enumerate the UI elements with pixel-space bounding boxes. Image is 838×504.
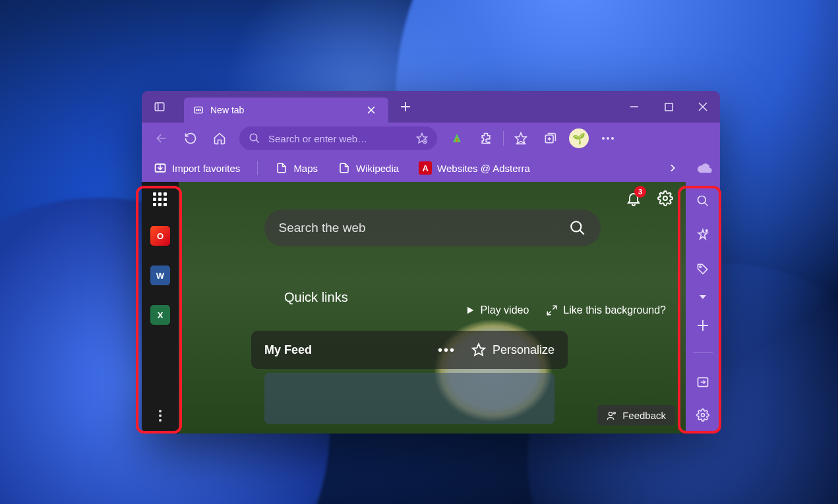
- sidebar-settings-button[interactable]: [691, 403, 715, 427]
- bookmark-adsterra[interactable]: A Websites @ Adsterra: [415, 159, 534, 177]
- sidebar-search-button[interactable]: [691, 191, 715, 211]
- svg-line-35: [580, 230, 584, 235]
- bookmark-maps[interactable]: Maps: [271, 159, 322, 177]
- svg-point-5: [200, 109, 200, 110]
- svg-point-15: [250, 134, 257, 141]
- svg-point-34: [571, 221, 581, 231]
- tab-actions-button[interactable]: [148, 96, 171, 118]
- favorite-star-icon[interactable]: [416, 132, 428, 144]
- svg-point-46: [700, 266, 702, 268]
- svg-point-3: [196, 109, 197, 110]
- feed-card[interactable]: [264, 373, 554, 424]
- extensions-button[interactable]: [473, 125, 499, 152]
- favicon-a-icon: A: [419, 161, 432, 175]
- web-search-placeholder: Search the web: [279, 221, 366, 235]
- tab-favicon-icon: [193, 105, 204, 115]
- tab-title: New tab: [210, 105, 244, 115]
- svg-point-51: [702, 414, 705, 417]
- word-icon: W: [156, 271, 164, 281]
- svg-marker-36: [467, 307, 473, 314]
- sync-cloud-icon[interactable]: [698, 163, 712, 173]
- svg-rect-11: [665, 103, 673, 111]
- excel-app-button[interactable]: X: [150, 305, 170, 325]
- edge-sidebar: [686, 182, 720, 434]
- personalize-label: Personalize: [493, 343, 554, 357]
- toolbar-divider: [503, 131, 504, 146]
- like-background-button[interactable]: Like this background?: [546, 304, 666, 316]
- play-video-label: Play video: [481, 304, 529, 316]
- extension-1-button[interactable]: [444, 125, 470, 152]
- sidebar-expand-button[interactable]: [691, 293, 715, 302]
- my-feed-title: My Feed: [264, 343, 312, 357]
- bookmarks-divider: [257, 161, 258, 175]
- svg-point-30: [611, 137, 614, 140]
- bookmark-label: Maps: [293, 163, 318, 174]
- svg-point-4: [198, 109, 198, 110]
- office-icon: O: [157, 231, 164, 241]
- profile-button[interactable]: 🌱: [566, 125, 592, 152]
- app-launcher-button[interactable]: [153, 192, 167, 206]
- sidebar-hide-button[interactable]: [691, 370, 715, 394]
- svg-point-42: [698, 196, 706, 204]
- minimize-button[interactable]: [617, 91, 651, 123]
- svg-point-29: [607, 137, 609, 140]
- feed-more-button[interactable]: •••: [438, 343, 456, 358]
- svg-rect-22: [456, 138, 458, 142]
- feedback-icon: [607, 410, 617, 421]
- notifications-button[interactable]: 3: [622, 187, 645, 210]
- word-app-button[interactable]: W: [150, 266, 170, 285]
- play-video-button[interactable]: Play video: [465, 304, 529, 316]
- svg-marker-23: [516, 133, 527, 144]
- web-search-box[interactable]: Search the web: [264, 210, 601, 246]
- chevron-down-icon: [700, 295, 706, 299]
- office-app-button[interactable]: O: [150, 226, 170, 246]
- svg-point-45: [706, 230, 708, 232]
- office-sidebar: O W X: [142, 182, 179, 434]
- browser-window: New tab 🌱: [142, 91, 720, 434]
- sidebar-separator: [693, 352, 713, 353]
- close-window-button[interactable]: [686, 91, 720, 123]
- import-favorites-button[interactable]: Import favorites: [150, 159, 244, 177]
- ntp-settings-button[interactable]: [654, 187, 676, 210]
- search-icon: [569, 219, 586, 237]
- bookmark-wikipedia[interactable]: Wikipedia: [334, 159, 403, 177]
- svg-line-43: [705, 202, 708, 206]
- menu-button[interactable]: [595, 125, 621, 152]
- svg-point-41: [614, 412, 616, 414]
- address-bar[interactable]: [239, 126, 437, 150]
- play-icon: [465, 305, 475, 316]
- collections-button[interactable]: [537, 125, 563, 152]
- office-more-button[interactable]: [159, 410, 162, 422]
- excel-icon: X: [158, 310, 164, 320]
- search-icon: [249, 132, 260, 144]
- svg-line-38: [548, 312, 551, 315]
- expand-icon: [546, 304, 558, 316]
- home-button[interactable]: [206, 125, 233, 152]
- background-actions: Play video Like this background?: [465, 304, 666, 316]
- sidebar-shopping-button[interactable]: [691, 259, 715, 279]
- avatar-icon: 🌱: [569, 128, 589, 148]
- quick-links-heading: Quick links: [284, 290, 348, 305]
- address-input[interactable]: [268, 133, 408, 144]
- personalize-button[interactable]: Personalize: [471, 343, 554, 357]
- svg-point-33: [663, 196, 667, 200]
- bookmarks-overflow-button[interactable]: [659, 155, 686, 181]
- tab-close-button[interactable]: [362, 101, 380, 119]
- feedback-button[interactable]: Feedback: [597, 405, 675, 426]
- sidebar-discover-button[interactable]: [691, 225, 715, 245]
- bookmark-label: Websites @ Adsterra: [437, 163, 530, 174]
- maximize-button[interactable]: [651, 91, 686, 123]
- favorites-button[interactable]: [508, 125, 534, 152]
- new-tab-page: 3 Search the web Quick links Play video: [179, 182, 686, 434]
- feedback-label: Feedback: [622, 410, 666, 421]
- browser-tab[interactable]: New tab: [184, 98, 388, 123]
- new-tab-button[interactable]: [392, 94, 419, 120]
- page-icon: [275, 161, 288, 175]
- feed-header: My Feed ••• Personalize: [251, 331, 568, 369]
- gear-icon: [657, 190, 673, 206]
- back-button[interactable]: [148, 125, 175, 152]
- refresh-button[interactable]: [177, 125, 204, 152]
- sidebar-add-button[interactable]: [691, 316, 715, 336]
- bookmark-label: Wikipedia: [356, 163, 399, 174]
- page-icon: [338, 161, 351, 175]
